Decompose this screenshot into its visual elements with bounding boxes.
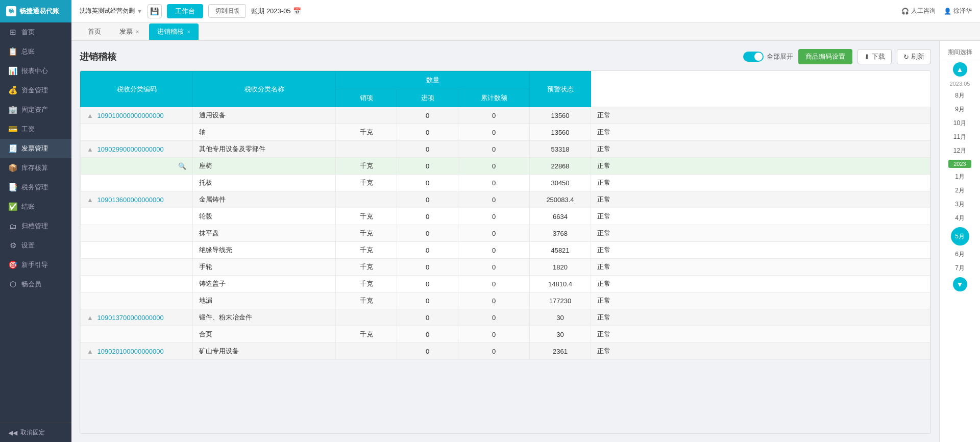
row-name: 座椅 — [193, 158, 336, 175]
refresh-label: 刷新 — [911, 52, 924, 61]
sidebar-item-ledger[interactable]: 📋总账 — [0, 42, 71, 61]
sidebar-item-member[interactable]: ⬡畅会员 — [0, 275, 71, 294]
sidebar-icon-assets: 🏢 — [8, 105, 17, 114]
row-name: 绝缘导线壳 — [193, 242, 336, 259]
topbar-right: 🎧 人工咨询 👤 徐泽华 — [901, 7, 972, 15]
year-2022-label: 2023.05 — [948, 79, 972, 89]
month-11[interactable]: 11月 — [940, 130, 980, 144]
sidebar-label-inventory: 库存核算 — [21, 163, 48, 173]
download-button[interactable]: ⬇ 下载 — [857, 49, 892, 64]
sidebar-item-salary[interactable]: 💳工资 — [0, 119, 71, 139]
toggle-switch[interactable] — [743, 52, 764, 62]
expand-icon[interactable]: ▲ — [87, 196, 93, 204]
save-button[interactable]: 💾 — [148, 4, 162, 18]
expand-icon[interactable]: ▲ — [87, 145, 93, 153]
sidebar-item-assets[interactable]: 🏢固定资产 — [0, 100, 71, 119]
sidebar-item-close[interactable]: ✅结账 — [0, 197, 71, 216]
user-menu[interactable]: 👤 徐泽华 — [944, 7, 972, 15]
sidebar-item-report[interactable]: 📊报表中心 — [0, 61, 71, 81]
company-selector[interactable]: 沈海英测试经营勿删 ▼ — [80, 7, 142, 15]
sidebar-icon-settings: ⚙ — [8, 241, 17, 250]
col-quantity-group: 数量 — [336, 71, 530, 89]
period-display: 账期 2023-05 📅 — [251, 7, 301, 16]
row-warning: 正常 — [591, 276, 930, 292]
sidebar-item-inventory[interactable]: 📦库存核算 — [0, 158, 71, 178]
tab-home[interactable]: 首页 — [80, 23, 109, 40]
panel-scroll-down[interactable]: ▼ — [953, 277, 967, 291]
sidebar-label-home: 首页 — [21, 28, 35, 37]
panel-scroll-up[interactable]: ▲ — [953, 62, 967, 77]
toggle-label: 全部展开 — [767, 52, 793, 61]
sidebar-item-archive[interactable]: 🗂归档管理 — [0, 216, 71, 236]
row-sales: 0 — [397, 343, 458, 360]
row-purchase: 0 — [458, 276, 530, 292]
sidebar-item-tax[interactable]: 📑税务管理 — [0, 178, 71, 197]
month-10[interactable]: 10月 — [940, 116, 980, 130]
row-sales: 0 — [397, 191, 458, 208]
month-9[interactable]: 9月 — [940, 103, 980, 116]
sidebar-label-close: 结账 — [21, 202, 35, 211]
row-name: 铸造盖子 — [193, 276, 336, 292]
row-purchase: 0 — [458, 292, 530, 309]
product-code-button[interactable]: 商品编码设置 — [798, 49, 852, 64]
row-code — [81, 208, 193, 225]
expand-icon[interactable]: ▲ — [87, 314, 93, 322]
calendar-icon[interactable]: 📅 — [293, 7, 301, 15]
month-1[interactable]: 1月 — [940, 170, 980, 184]
tab-invoice-close[interactable]: × — [136, 29, 139, 35]
month-7[interactable]: 7月 — [940, 261, 980, 275]
row-unit: 千克 — [336, 326, 397, 343]
row-code: ▲ 109029900000000000 — [81, 141, 193, 158]
sidebar-bottom-cancel[interactable]: ◀◀ 取消固定 — [0, 423, 71, 442]
row-purchase: 0 — [458, 343, 530, 360]
sidebar: 畅 畅捷通易代账 ⊞首页📋总账📊报表中心💰资金管理🏢固定资产💳工资🧾发票管理📦库… — [0, 0, 71, 442]
sidebar-item-fund[interactable]: 💰资金管理 — [0, 81, 71, 100]
tab-invoice[interactable]: 发票 × — [111, 23, 147, 40]
month-6[interactable]: 6月 — [940, 248, 980, 261]
row-warning: 正常 — [591, 141, 930, 158]
tab-reconcile[interactable]: 进销稽核 × — [149, 23, 198, 40]
topbar: 沈海英测试经营勿删 ▼ 💾 工作台 切到旧版 账期 2023-05 📅 🎧 人工… — [71, 0, 980, 22]
sidebar-item-guide[interactable]: 🎯新手引导 — [0, 255, 71, 275]
tab-invoice-label: 发票 — [119, 27, 133, 36]
workbench-button[interactable]: 工作台 — [167, 4, 203, 18]
row-name: 金属铸件 — [193, 191, 336, 208]
tab-reconcile-close[interactable]: × — [187, 29, 190, 35]
row-sales: 0 — [397, 259, 458, 276]
sidebar-label-salary: 工资 — [21, 125, 35, 134]
month-3[interactable]: 3月 — [940, 198, 980, 211]
support-label: 人工咨询 — [911, 7, 936, 15]
panel-title: 期间选择 — [940, 45, 980, 60]
row-name: 抹平盘 — [193, 225, 336, 242]
month-12[interactable]: 12月 — [940, 144, 980, 158]
toggle-all[interactable]: 全部展开 — [743, 52, 793, 62]
save-icon: 💾 — [150, 7, 159, 15]
month-8[interactable]: 8月 — [940, 89, 980, 103]
sidebar-item-settings[interactable]: ⚙设置 — [0, 236, 71, 255]
row-cumulative: 13560 — [530, 107, 591, 124]
title-actions: 全部展开 商品编码设置 ⬇ 下载 ↻ 刷新 — [743, 49, 931, 64]
table-row: 🔍座椅千克0022868正常 — [81, 158, 930, 175]
switch-version-button[interactable]: 切到旧版 — [208, 4, 246, 18]
company-name: 沈海英测试经营勿删 — [80, 7, 135, 15]
row-name: 其他专用设备及零部件 — [193, 141, 336, 158]
row-cumulative: 3768 — [530, 225, 591, 242]
row-warning: 正常 — [591, 124, 930, 141]
expand-icon[interactable]: ▲ — [87, 348, 93, 355]
row-code — [81, 292, 193, 309]
month-4[interactable]: 4月 — [940, 211, 980, 225]
support-button[interactable]: 🎧 人工咨询 — [901, 7, 936, 15]
row-cumulative: 2361 — [530, 343, 591, 360]
row-code — [81, 124, 193, 141]
row-code: ▲ 109013700000000000 — [81, 309, 193, 326]
month-5-active[interactable]: 5月 — [951, 227, 969, 245]
cancel-pin-label: 取消固定 — [20, 428, 45, 437]
row-purchase: 0 — [458, 141, 530, 158]
month-2[interactable]: 2月 — [940, 184, 980, 198]
search-icon[interactable]: 🔍 — [178, 162, 186, 170]
sidebar-item-invoice[interactable]: 🧾发票管理 — [0, 139, 71, 158]
table-row: ▲ 109013700000000000 锻件、粉末冶金件0030正常 — [81, 309, 930, 326]
expand-icon[interactable]: ▲ — [87, 112, 93, 119]
refresh-button[interactable]: ↻ 刷新 — [897, 49, 931, 64]
sidebar-item-home[interactable]: ⊞首页 — [0, 22, 71, 42]
